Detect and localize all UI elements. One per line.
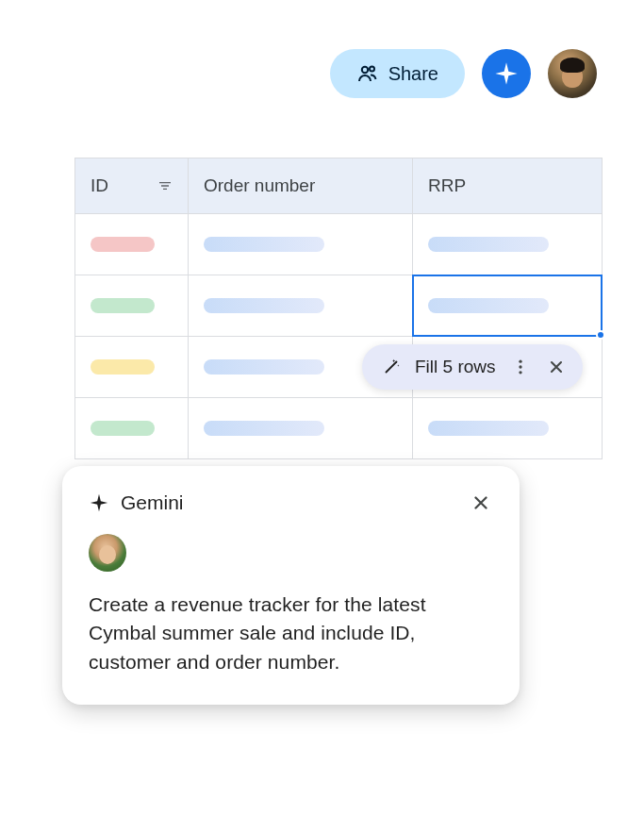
table-header-row: ID Order number RRP xyxy=(75,158,602,214)
cell-rrp[interactable] xyxy=(413,214,602,275)
svg-point-4 xyxy=(519,371,521,374)
placeholder-pill xyxy=(204,298,324,313)
placeholder-pill xyxy=(204,237,324,252)
share-button[interactable]: Share xyxy=(330,49,465,98)
placeholder-pill xyxy=(428,421,549,436)
data-table: ID Order number RRP xyxy=(74,158,603,459)
filter-icon[interactable] xyxy=(157,178,173,193)
gemini-sparkle-button[interactable] xyxy=(482,49,531,98)
svg-point-2 xyxy=(519,360,521,363)
column-header-rrp-label: RRP xyxy=(428,175,466,196)
table-row xyxy=(75,398,602,458)
placeholder-pill xyxy=(91,359,155,375)
cell-order[interactable] xyxy=(189,214,413,275)
gemini-panel: Gemini Create a revenue tracker for the … xyxy=(62,466,520,705)
gemini-prompt-text: Create a revenue tracker for the latest … xyxy=(89,591,493,676)
cell-id[interactable] xyxy=(75,398,189,458)
placeholder-pill xyxy=(91,421,155,436)
table-row xyxy=(75,214,602,275)
close-icon xyxy=(547,358,566,376)
svg-point-3 xyxy=(519,365,521,368)
top-bar: Share xyxy=(330,49,597,98)
placeholder-pill xyxy=(91,237,155,252)
dismiss-fill-button[interactable] xyxy=(545,356,568,378)
svg-point-1 xyxy=(370,67,374,72)
fill-suggestion-popup: Fill 5 rows xyxy=(362,344,583,390)
gemini-header: Gemini xyxy=(89,491,493,515)
table-row xyxy=(75,275,602,337)
placeholder-pill xyxy=(204,359,324,375)
fill-label[interactable]: Fill 5 rows xyxy=(415,357,496,377)
user-avatar[interactable] xyxy=(548,49,597,98)
close-gemini-button[interactable] xyxy=(469,491,493,515)
sparkle-icon xyxy=(89,492,109,513)
column-header-order-label: Order number xyxy=(204,175,315,196)
cell-order[interactable] xyxy=(189,398,413,458)
placeholder-pill xyxy=(428,237,549,252)
prompt-user-avatar xyxy=(89,534,126,572)
placeholder-pill xyxy=(91,298,155,313)
close-icon xyxy=(471,492,491,513)
more-options-button[interactable] xyxy=(509,356,532,378)
magic-wand-icon xyxy=(381,357,402,377)
sparkle-icon xyxy=(493,60,520,87)
cell-rrp-selected[interactable] xyxy=(413,275,602,336)
placeholder-pill xyxy=(428,298,549,313)
cell-id[interactable] xyxy=(75,337,189,397)
cell-id[interactable] xyxy=(75,214,189,275)
column-header-order[interactable]: Order number xyxy=(189,158,413,213)
column-header-rrp[interactable]: RRP xyxy=(413,158,602,213)
cell-order[interactable] xyxy=(189,275,413,336)
cell-id[interactable] xyxy=(75,275,189,336)
share-label: Share xyxy=(388,63,438,85)
svg-point-0 xyxy=(361,67,367,73)
column-header-id-label: ID xyxy=(91,175,108,196)
more-vertical-icon xyxy=(511,358,530,376)
people-icon xyxy=(356,62,379,85)
column-header-id[interactable]: ID xyxy=(75,158,189,213)
gemini-title: Gemini xyxy=(121,491,184,514)
placeholder-pill xyxy=(204,421,324,436)
cell-rrp[interactable] xyxy=(413,398,602,458)
